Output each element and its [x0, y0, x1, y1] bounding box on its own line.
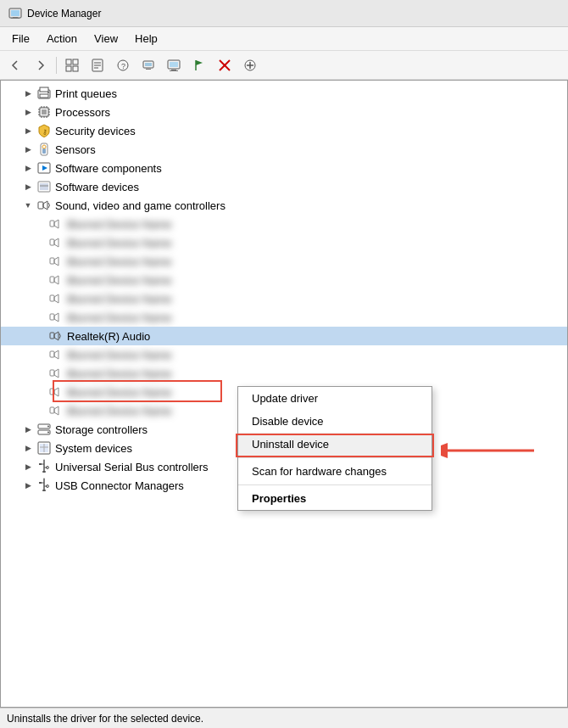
blurred-label-7: Blurred Device Name	[67, 349, 172, 361]
expand-icon-processors[interactable]: ▶	[21, 105, 35, 119]
ctx-update-driver[interactable]: Update driver	[238, 387, 432, 410]
blurred-label-1: Blurred Device Name	[67, 218, 172, 231]
tree-item-print-queues[interactable]: ▶ Print queues	[1, 84, 567, 103]
ctx-scan-changes[interactable]: Scan for hardware changes	[238, 460, 432, 483]
svg-marker-78	[54, 406, 58, 415]
title-bar: Device Manager	[0, 0, 568, 27]
svg-rect-20	[170, 70, 178, 71]
svg-marker-22	[196, 60, 203, 65]
svg-rect-75	[50, 389, 54, 395]
svg-marker-70	[54, 332, 58, 340]
expand-icon-sw-comp[interactable]: ▶	[21, 161, 35, 175]
expand-icon-sound[interactable]: ▼	[21, 199, 35, 212]
tree-item-software-components[interactable]: ▶ Software components	[1, 159, 567, 177]
icon-blurred-3	[48, 254, 64, 269]
svg-point-81	[47, 426, 49, 428]
icon-blurred-8	[48, 366, 64, 381]
tree-item-processors[interactable]: ▶ Proces	[1, 103, 567, 121]
tree-item-blurred-3[interactable]: Blurred Device Name	[1, 252, 567, 271]
menu-action[interactable]: Action	[38, 29, 86, 48]
status-bar: Uninstalls the driver for the selected d…	[0, 708, 568, 728]
label-sensors: Sensors	[55, 143, 96, 156]
toolbar-separator-1	[56, 57, 57, 74]
icon-security-devices: ⚷	[36, 123, 52, 138]
icon-usb-controllers	[36, 459, 52, 474]
svg-rect-1	[11, 10, 19, 16]
blurred-label-2: Blurred Device Name	[67, 237, 172, 249]
expand-icon-sensors[interactable]: ▶	[21, 143, 35, 156]
tree-item-realtek-audio[interactable]: Realtek(R) Audio	[1, 327, 567, 345]
icon-blurred-2	[48, 235, 64, 250]
svg-marker-60	[54, 238, 58, 247]
menu-help[interactable]: Help	[126, 29, 166, 48]
blurred-label-8: Blurred Device Name	[67, 367, 172, 380]
forward-button[interactable]	[29, 54, 53, 76]
help-button[interactable]: ?	[111, 54, 135, 76]
tree-item-blurred-4[interactable]: Blurred Device Name	[1, 271, 567, 289]
icon-realtek-audio	[48, 328, 64, 344]
expand-icon-system[interactable]: ▶	[21, 441, 35, 455]
svg-rect-90	[39, 463, 42, 465]
svg-rect-15	[145, 63, 152, 66]
svg-point-82	[47, 432, 49, 434]
tree-item-sensors[interactable]: ▶ Sensors	[1, 140, 567, 159]
icon-sensors	[36, 142, 52, 157]
svg-rect-59	[50, 239, 54, 245]
menu-bar: File Action View Help	[0, 27, 568, 51]
ctx-properties[interactable]: Properties	[238, 487, 432, 510]
svg-rect-16	[146, 69, 151, 70]
svg-rect-53	[40, 183, 48, 190]
svg-rect-4	[66, 59, 71, 64]
label-software-components: Software components	[55, 162, 162, 175]
svg-rect-65	[50, 295, 54, 301]
tree-item-blurred-7[interactable]: Blurred Device Name	[1, 345, 567, 364]
svg-rect-3	[11, 18, 19, 19]
svg-rect-5	[73, 59, 78, 64]
svg-text:?: ?	[121, 62, 125, 70]
toolbar: ?	[0, 51, 568, 80]
expand-icon-print-queues[interactable]: ▶	[21, 87, 35, 100]
expand-icon-storage[interactable]: ▶	[21, 423, 35, 436]
blurred-label-3: Blurred Device Name	[67, 255, 172, 268]
monitor-button[interactable]	[162, 54, 186, 76]
back-button[interactable]	[3, 54, 27, 76]
label-usb-controllers: Universal Serial Bus controllers	[55, 461, 209, 473]
ctx-disable-device[interactable]: Disable device	[238, 410, 432, 433]
tree-item-sound-video[interactable]: ▼ Sound, video and game controllers	[1, 196, 567, 215]
tree-item-blurred-8[interactable]: Blurred Device Name	[1, 364, 567, 383]
svg-marker-68	[54, 313, 58, 322]
tree-item-blurred-6[interactable]: Blurred Device Name	[1, 308, 567, 327]
tree-item-security-devices[interactable]: ▶ ⚷ Security devices	[1, 121, 567, 140]
svg-rect-33	[42, 109, 47, 115]
ctx-separator	[238, 457, 432, 458]
blurred-label-4: Blurred Device Name	[67, 274, 172, 287]
tree-item-blurred-1[interactable]: Blurred Device Name	[1, 215, 567, 233]
blurred-label-5: Blurred Device Name	[67, 293, 172, 305]
expand-icon-security[interactable]: ▶	[21, 124, 35, 137]
label-print-queues: Print queues	[55, 87, 117, 100]
scan-button[interactable]	[238, 54, 262, 76]
expand-icon-sw-dev[interactable]: ▶	[21, 180, 35, 193]
view-button[interactable]	[60, 54, 84, 76]
expand-icon-usb[interactable]: ▶	[21, 460, 35, 473]
tree-item-software-devices[interactable]: ▶ Software devices	[1, 177, 567, 196]
label-system-devices: System devices	[55, 442, 132, 455]
expand-icon-usb-connector[interactable]: ▶	[21, 479, 35, 492]
menu-view[interactable]: View	[86, 29, 126, 48]
svg-rect-18	[170, 62, 178, 67]
update-driver-button[interactable]	[136, 54, 160, 76]
svg-marker-62	[54, 257, 58, 266]
remove-button[interactable]	[213, 54, 237, 76]
tree-item-blurred-5[interactable]: Blurred Device Name	[1, 289, 567, 308]
svg-marker-99	[43, 478, 45, 479]
svg-rect-77	[50, 407, 54, 413]
svg-marker-72	[54, 350, 58, 359]
flag-button[interactable]	[187, 54, 211, 76]
ctx-uninstall-device[interactable]: Uninstall device	[238, 433, 432, 456]
properties-button[interactable]	[86, 54, 109, 76]
menu-file[interactable]: File	[3, 29, 38, 48]
svg-rect-63	[50, 277, 54, 283]
tree-item-blurred-2[interactable]: Blurred Device Name	[1, 233, 567, 252]
svg-marker-51	[42, 165, 47, 171]
label-software-devices: Software devices	[55, 181, 139, 193]
